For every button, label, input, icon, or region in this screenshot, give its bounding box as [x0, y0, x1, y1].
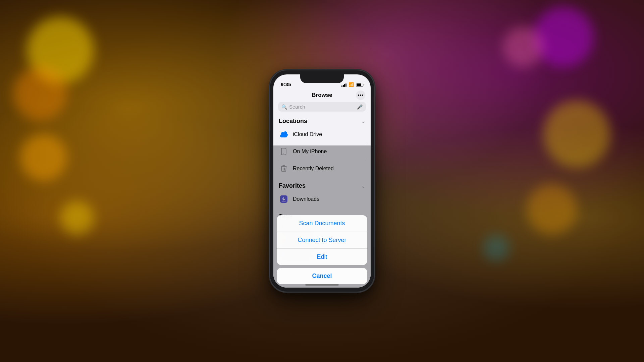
signal-icon: [341, 83, 346, 87]
locations-title: Locations: [279, 118, 307, 125]
status-time: 9:35: [281, 81, 291, 87]
mic-icon[interactable]: 🎤: [357, 104, 363, 110]
connect-to-server-button[interactable]: Connect to Server: [277, 232, 367, 249]
cancel-label: Cancel: [312, 273, 332, 280]
cancel-button[interactable]: Cancel: [277, 268, 367, 284]
connect-to-server-label: Connect to Server: [298, 237, 346, 244]
notch: [300, 74, 344, 83]
icloud-drive-label: iCloud Drive: [293, 131, 322, 137]
search-icon: 🔍: [281, 104, 287, 110]
locations-section-header: Locations ⌄: [279, 115, 365, 126]
phone-frame: 9:35 📶: [270, 70, 374, 292]
wifi-icon: 📶: [348, 82, 354, 87]
scan-documents-button[interactable]: Scan Documents: [277, 215, 367, 232]
icloud-drive-icon: [279, 129, 289, 139]
battery-icon: [356, 83, 363, 86]
page-title: Browse: [312, 92, 332, 99]
edit-label: Edit: [317, 253, 327, 260]
status-icons: 📶: [341, 82, 363, 87]
locations-chevron-icon[interactable]: ⌄: [361, 119, 365, 124]
more-dots-icon: •••: [358, 93, 364, 98]
scan-documents-label: Scan Documents: [299, 220, 345, 227]
action-sheet-overlay: Scan Documents Connect to Server Edit: [273, 213, 371, 288]
more-button[interactable]: •••: [356, 90, 365, 100]
content-area: Browse ••• 🔍 Search 🎤: [273, 89, 371, 288]
edit-button[interactable]: Edit: [277, 249, 367, 265]
search-input[interactable]: Search: [289, 104, 355, 110]
action-sheet: Scan Documents Connect to Server Edit: [273, 213, 371, 284]
search-bar[interactable]: 🔍 Search 🎤: [278, 102, 366, 112]
action-group: Scan Documents Connect to Server Edit: [277, 215, 367, 265]
nav-header: Browse •••: [273, 89, 371, 100]
icloud-drive-item[interactable]: iCloud Drive: [279, 126, 365, 143]
phone-screen: 9:35 📶: [273, 74, 371, 288]
